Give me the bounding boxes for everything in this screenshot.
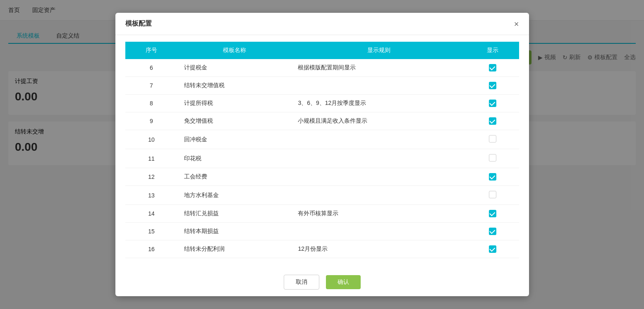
table-row: 12工会经费: [125, 168, 519, 186]
config-table: 序号 模板名称 显示规则 显示 6计提税金根据模版配置期间显示7结转未交增值税8…: [125, 42, 519, 258]
cell-checkbox[interactable]: [467, 77, 519, 95]
cancel-button[interactable]: 取消: [284, 275, 319, 290]
table-row: 8计提所得税3、6、9、12月按季度显示: [125, 95, 519, 112]
cell-rule: 3、6、9、12月按季度显示: [291, 95, 466, 112]
modal-header: 模板配置 ×: [115, 13, 529, 35]
checkbox-checked[interactable]: [489, 64, 496, 71]
cell-checkbox[interactable]: [467, 223, 519, 240]
checkbox-checked[interactable]: [489, 228, 496, 235]
cell-rule: [291, 130, 466, 149]
cell-index: 10: [125, 130, 178, 149]
col-index: 序号: [125, 42, 178, 59]
cell-name: 结转汇兑损益: [177, 205, 291, 223]
cell-index: 6: [125, 59, 178, 77]
modal-body: 序号 模板名称 显示规则 显示 6计提税金根据模版配置期间显示7结转未交增值税8…: [115, 35, 529, 268]
cell-index: 15: [125, 223, 178, 240]
cell-rule: 有外币核算显示: [291, 205, 466, 223]
checkbox-unchecked[interactable]: [489, 191, 496, 198]
confirm-button[interactable]: 确认: [326, 275, 361, 289]
cell-rule: 根据模版配置期间显示: [291, 59, 466, 77]
cell-name: 计提税金: [177, 59, 291, 77]
cell-index: 7: [125, 77, 178, 95]
col-rule: 显示规则: [291, 42, 466, 59]
cell-name: 免交增值税: [177, 112, 291, 130]
cell-checkbox[interactable]: [467, 95, 519, 112]
table-header-row: 序号 模板名称 显示规则 显示: [125, 42, 519, 59]
cell-name: 印花税: [177, 149, 291, 168]
cell-checkbox[interactable]: [467, 240, 519, 258]
cell-rule: [291, 77, 466, 95]
table-row: 7结转未交增值税: [125, 77, 519, 95]
modal-template-config: 模板配置 × 序号 模板名称 显示规则 显示 6计提税金根据模版配置期间显示7结…: [115, 13, 529, 296]
cell-index: 16: [125, 240, 178, 258]
cell-name: 结转未分配利润: [177, 240, 291, 258]
cell-name: 工会经费: [177, 168, 291, 186]
table-row: 16结转未分配利润12月份显示: [125, 240, 519, 258]
cell-index: 13: [125, 186, 178, 205]
cell-index: 9: [125, 112, 178, 130]
checkbox-unchecked[interactable]: [489, 135, 496, 143]
cell-name: 回冲税金: [177, 130, 291, 149]
cell-rule: 12月份显示: [291, 240, 466, 258]
cell-name: 计提所得税: [177, 95, 291, 112]
modal-footer: 取消 确认: [115, 268, 529, 296]
cell-rule: 小规模且满足收入条件显示: [291, 112, 466, 130]
table-row: 9免交增值税小规模且满足收入条件显示: [125, 112, 519, 130]
col-name: 模板名称: [177, 42, 291, 59]
checkbox-checked[interactable]: [489, 117, 496, 125]
close-button[interactable]: ×: [514, 20, 519, 28]
cell-index: 8: [125, 95, 178, 112]
checkbox-checked[interactable]: [489, 245, 496, 253]
cell-checkbox[interactable]: [467, 59, 519, 77]
cell-index: 14: [125, 205, 178, 223]
cell-name: 结转未交增值税: [177, 77, 291, 95]
table-row: 10回冲税金: [125, 130, 519, 149]
cell-rule: [291, 149, 466, 168]
cell-checkbox[interactable]: [467, 149, 519, 168]
cell-checkbox[interactable]: [467, 130, 519, 149]
checkbox-unchecked[interactable]: [489, 154, 496, 162]
cell-checkbox[interactable]: [467, 205, 519, 223]
table-row: 13地方水利基金: [125, 186, 519, 205]
table-row: 11印花税: [125, 149, 519, 168]
cell-checkbox[interactable]: [467, 168, 519, 186]
cell-rule: [291, 223, 466, 240]
col-display: 显示: [467, 42, 519, 59]
cell-name: 地方水利基金: [177, 186, 291, 205]
modal-title: 模板配置: [125, 19, 152, 28]
checkbox-checked[interactable]: [489, 100, 496, 107]
table-row: 14结转汇兑损益有外币核算显示: [125, 205, 519, 223]
table-row: 6计提税金根据模版配置期间显示: [125, 59, 519, 77]
cell-rule: [291, 168, 466, 186]
cell-rule: [291, 186, 466, 205]
checkbox-checked[interactable]: [489, 173, 496, 181]
checkbox-checked[interactable]: [489, 82, 496, 89]
cell-index: 12: [125, 168, 178, 186]
cell-checkbox[interactable]: [467, 186, 519, 205]
modal-overlay: 模板配置 × 序号 模板名称 显示规则 显示 6计提税金根据模版配置期间显示7结…: [0, 0, 644, 309]
cell-name: 结转本期损益: [177, 223, 291, 240]
cell-checkbox[interactable]: [467, 112, 519, 130]
cell-index: 11: [125, 149, 178, 168]
checkbox-checked[interactable]: [489, 210, 496, 217]
table-row: 15结转本期损益: [125, 223, 519, 240]
